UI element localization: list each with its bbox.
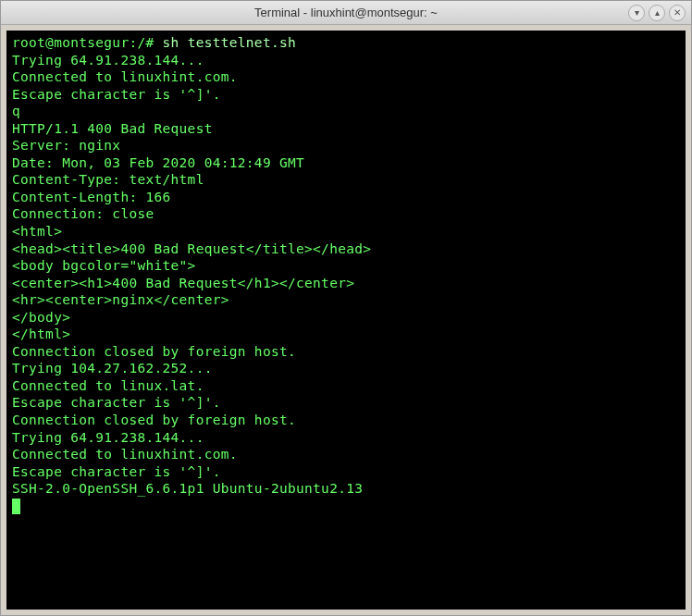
cursor — [12, 499, 20, 514]
output-line: Connection closed by foreign host. — [12, 412, 680, 429]
output-line: Connected to linuxhint.com. — [12, 446, 680, 463]
output-line: <head><title>400 Bad Request</title></he… — [12, 240, 680, 258]
output-line: Escape character is '^]'. — [12, 463, 680, 481]
output-line: <center><h1>400 Bad Request</h1></center… — [12, 275, 680, 292]
prompt-line: root@montsegur:/# sh testtelnet.sh — [12, 34, 680, 52]
output-line: Content-Length: 166 — [12, 189, 680, 206]
terminal-window: Terminal - linuxhint@montsegur: ~ ▾ ▴ ✕ … — [0, 0, 692, 616]
output-line: Date: Mon, 03 Feb 2020 04:12:49 GMT — [12, 154, 680, 172]
terminal-output[interactable]: root@montsegur:/# sh testtelnet.sh Tryin… — [6, 31, 686, 610]
output-line: Connected to linuxhint.com. — [12, 68, 680, 86]
output-line: Escape character is '^]'. — [12, 394, 680, 412]
close-button[interactable]: ✕ — [669, 5, 686, 21]
output-line: Connection closed by foreign host. — [12, 343, 680, 361]
output-line: Content-Type: text/html — [12, 171, 680, 189]
output-line: Server: nginx — [12, 137, 680, 154]
output-line: Trying 104.27.162.252... — [12, 360, 680, 377]
output-line: </body> — [12, 309, 680, 326]
titlebar[interactable]: Terminal - linuxhint@montsegur: ~ ▾ ▴ ✕ — [1, 1, 691, 25]
minimize-button[interactable]: ▾ — [628, 5, 645, 21]
output-line: HTTP/1.1 400 Bad Request — [12, 120, 680, 138]
output-line: SSH-2.0-OpenSSH_6.6.1p1 Ubuntu-2ubuntu2.… — [12, 480, 680, 498]
output-lines: Trying 64.91.238.144...Connected to linu… — [12, 52, 680, 498]
output-line: Trying 64.91.238.144... — [12, 52, 680, 69]
output-line: Escape character is '^]'. — [12, 86, 680, 104]
output-line: <hr><center>nginx</center> — [12, 291, 680, 309]
output-line: <html> — [12, 223, 680, 240]
maximize-button[interactable]: ▴ — [649, 5, 665, 21]
command: sh testtelnet.sh — [163, 35, 296, 50]
output-line: Connection: close — [12, 205, 680, 223]
prompt: root@montsegur:/# — [12, 35, 163, 50]
output-line: </html> — [12, 326, 680, 343]
output-line: Connected to linux.lat. — [12, 377, 680, 395]
window-controls: ▾ ▴ ✕ — [628, 5, 686, 21]
cursor-line — [12, 498, 680, 515]
output-line: <body bgcolor="white"> — [12, 257, 680, 275]
window-title: Terminal - linuxhint@montsegur: ~ — [5, 6, 687, 19]
output-line: Trying 64.91.238.144... — [12, 429, 680, 447]
output-line: q — [12, 103, 680, 120]
